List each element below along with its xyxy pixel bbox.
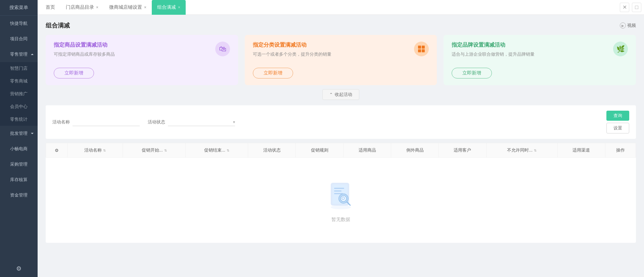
sidebar-item-member-center[interactable]: 会员中心 <box>0 100 38 113</box>
wholesale-mgmt-label: 批发管理 <box>10 131 28 136</box>
th-settings[interactable]: ⚙ <box>46 143 67 158</box>
tabs-bar: 首页 门店商品目录 × 微商城店铺设置 × 组合满减 × ✕ □ <box>38 0 644 15</box>
card-category-title: 指定分类设置满减活动 <box>253 42 429 49</box>
retail-mall-label: 零售商城 <box>10 78 28 84</box>
sidebar-item-xichang-ec[interactable]: 小畅电商 <box>0 141 38 157</box>
setting-button[interactable]: 设置 <box>606 123 629 133</box>
window-resize-btn[interactable]: □ <box>632 3 641 12</box>
card-brand-icon: 🌿 <box>613 42 628 56</box>
table-container: ⚙ 活动名称 ⇅ 促销开始... ⇅ <box>46 143 636 243</box>
tab-combo-discount-close[interactable]: × <box>178 5 180 10</box>
card-product-icon: 🛍 <box>215 42 230 56</box>
search-buttons: 查询 设置 <box>606 111 629 133</box>
th-activity-name[interactable]: 活动名称 ⇅ <box>67 143 123 158</box>
sort-icon-promo-start: ⇅ <box>164 149 167 152</box>
search-status-field: 活动状态 ▾ <box>148 118 235 126</box>
settings-icon: ⚙ <box>16 265 21 272</box>
sidebar-item-wholesale-mgmt[interactable]: 批发管理 <box>0 126 38 141</box>
activity-cards: 指定商品设置满减活动 可指定滞销商品或库存较多商品 🛍 立即新增 指定分类设置满… <box>46 35 636 85</box>
sidebar-item-marketing[interactable]: 营销推广 <box>0 88 38 100</box>
empty-icon <box>324 178 358 211</box>
sidebar-search[interactable]: 搜索菜单 <box>0 0 38 16</box>
search-status-select[interactable]: ▾ <box>168 118 235 126</box>
th-operation-label: 操作 <box>616 148 625 153</box>
sidebar: 搜索菜单 快捷导航 项目合同 零售管理 智慧门店 零售商城 营销推广 会员中心 … <box>0 0 38 277</box>
th-promo-end[interactable]: 促销结束... ⇅ <box>185 143 248 158</box>
collapse-chevron-icon: ⌃ <box>329 92 333 97</box>
collapse-bar: ⌃ 收起活动 <box>46 89 636 100</box>
table-settings-icon: ⚙ <box>55 148 59 153</box>
search-name-field: 活动名称 <box>52 118 140 126</box>
sidebar-settings-btn[interactable]: ⚙ <box>0 260 38 277</box>
finance-mgmt-label: 资金管理 <box>10 192 28 198</box>
sidebar-item-quick-nav[interactable]: 快捷导航 <box>0 16 38 31</box>
tab-combo-discount-label: 组合满减 <box>157 4 176 10</box>
th-promo-start-label: 促销开始... <box>142 147 163 153</box>
th-operation: 操作 <box>605 143 636 158</box>
sidebar-item-smart-store[interactable]: 智慧门店 <box>0 62 38 75</box>
window-close-btn[interactable]: ✕ <box>620 3 629 12</box>
quick-nav-label: 快捷导航 <box>10 21 28 26</box>
sidebar-item-purchase-mgmt[interactable]: 采购管理 <box>0 157 38 172</box>
retail-stats-label: 零售统计 <box>10 117 28 122</box>
sidebar-item-inventory-calc[interactable]: 库存核算 <box>0 172 38 187</box>
tab-wechat-settings[interactable]: 微商城店铺设置 × <box>104 0 152 15</box>
card-product-title: 指定商品设置满减活动 <box>54 42 230 49</box>
tab-product-catalog[interactable]: 门店商品目录 × <box>60 0 104 15</box>
tab-product-catalog-label: 门店商品目录 <box>66 4 94 10</box>
th-except-goods-label: 例外商品 <box>406 148 424 153</box>
tab-wechat-settings-close[interactable]: × <box>144 5 146 10</box>
tab-combo-discount[interactable]: 组合满减 × <box>152 0 186 15</box>
sidebar-item-finance-mgmt[interactable]: 资金管理 <box>0 187 38 203</box>
svg-rect-8 <box>334 190 341 191</box>
main-area: 首页 门店商品目录 × 微商城店铺设置 × 组合满减 × ✕ □ 组合满减 <box>38 0 644 277</box>
retail-mgmt-label: 零售管理 <box>10 52 28 57</box>
activity-card-product: 指定商品设置满减活动 可指定滞销商品或库存较多商品 🛍 立即新增 <box>46 35 238 85</box>
xichang-ec-label: 小畅电商 <box>10 146 28 151</box>
content-area: 组合满减 ▶ 视频 指定商品设置满减活动 可指定滞销商品或库存较多商品 🛍 立即… <box>38 15 644 277</box>
th-applicable-goods: 适用商品 <box>343 143 391 158</box>
search-menu-label: 搜索菜单 <box>9 5 28 10</box>
th-not-allow-concurrent-label: 不允许同时... <box>507 147 533 153</box>
th-promo-start[interactable]: 促销开始... ⇅ <box>123 143 185 158</box>
query-button[interactable]: 查询 <box>606 111 629 121</box>
card-brand-btn[interactable]: 立即新增 <box>452 68 492 78</box>
search-name-input[interactable] <box>73 118 140 126</box>
card-product-btn[interactable]: 立即新增 <box>54 68 94 78</box>
th-applicable-channel-label: 适用渠道 <box>572 148 590 153</box>
svg-point-4 <box>331 205 351 209</box>
collapse-activity-btn[interactable]: ⌃ 收起活动 <box>322 89 359 100</box>
card-brand-title: 指定品牌设置满减活动 <box>452 42 628 49</box>
th-applicable-channel: 适用渠道 <box>557 143 605 158</box>
sort-icon-promo-end: ⇅ <box>227 149 229 152</box>
sidebar-item-project-contract[interactable]: 项目合同 <box>0 31 38 47</box>
th-activity-name-label: 活动名称 <box>84 147 102 153</box>
video-link[interactable]: ▶ 视频 <box>620 22 636 29</box>
tab-home-label: 首页 <box>46 4 55 10</box>
th-applicable-goods-label: 适用商品 <box>359 148 376 153</box>
th-not-allow-concurrent[interactable]: 不允许同时... ⇅ <box>486 143 557 158</box>
smart-store-label: 智慧门店 <box>10 66 28 71</box>
th-promo-end-label: 促销结束... <box>204 147 225 153</box>
tab-product-catalog-close[interactable]: × <box>96 5 98 10</box>
purchase-mgmt-label: 采购管理 <box>10 162 28 167</box>
sidebar-item-retail-mall[interactable]: 零售商城 <box>0 75 38 88</box>
empty-state: 暂无数据 <box>46 158 636 243</box>
select-dropdown-icon: ▾ <box>233 120 235 124</box>
window-resize-icon: □ <box>635 4 638 10</box>
sidebar-item-retail-mgmt[interactable]: 零售管理 <box>0 47 38 62</box>
card-brand-desc: 适合与上游企业联合做营销，提升品牌销量 <box>452 51 628 62</box>
search-name-label: 活动名称 <box>52 119 70 125</box>
tabs-right-controls: ✕ □ <box>620 3 641 12</box>
table-header-row: ⚙ 活动名称 ⇅ 促销开始... ⇅ <box>46 143 636 158</box>
th-promo-rule-label: 促销规则 <box>311 148 328 153</box>
tab-home[interactable]: 首页 <box>40 0 60 15</box>
card-category-btn[interactable]: 立即新增 <box>253 68 293 78</box>
search-status-label: 活动状态 <box>148 119 165 125</box>
marketing-label: 营销推广 <box>10 91 28 96</box>
sort-icon-not-allow: ⇅ <box>534 149 537 152</box>
empty-text: 暂无数据 <box>331 217 350 223</box>
th-applicable-customer-label: 适用客户 <box>454 148 471 153</box>
card-category-desc: 可选一个或者多个分类，提升分类的销量 <box>253 51 429 62</box>
sidebar-item-retail-stats[interactable]: 零售统计 <box>0 113 38 126</box>
